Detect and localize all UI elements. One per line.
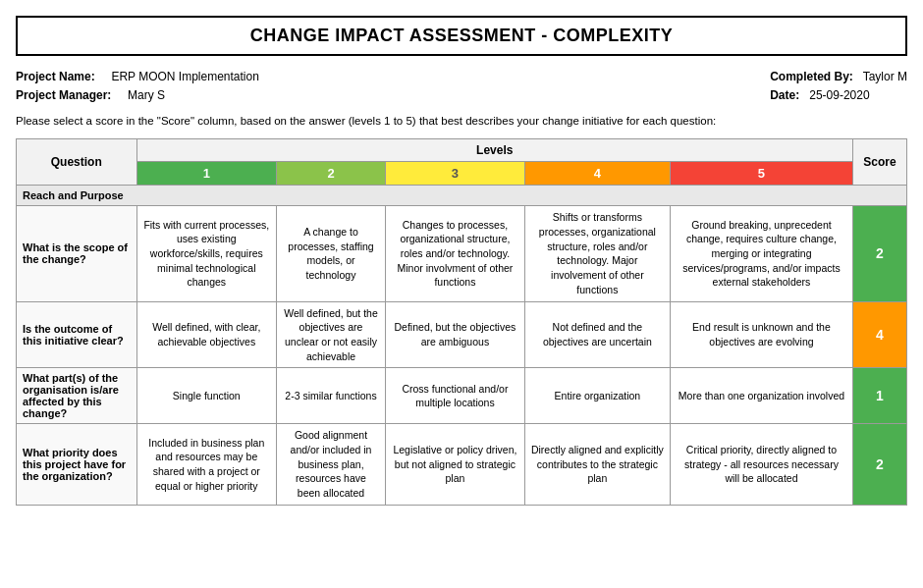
col-header-question: Question xyxy=(17,139,137,186)
meta-section: Project Name: ERP MOON Implementation Pr… xyxy=(16,68,907,105)
row3-score[interactable]: 1 xyxy=(853,368,907,424)
row3-l5: More than one organization involved xyxy=(670,368,852,424)
row1-l3: Changes to processes, organizational str… xyxy=(386,206,525,301)
row3-l3: Cross functional and/or multiple locatio… xyxy=(386,368,525,424)
col-header-score: Score xyxy=(853,139,907,186)
instruction-text: Please select a score in the "Score" col… xyxy=(16,115,907,127)
row2-l5: End result is unknown and the objectives… xyxy=(670,301,852,368)
header-row-1: Question Levels Score xyxy=(17,139,907,162)
level-2-header: 2 xyxy=(277,162,386,186)
row3-l2: 2-3 similar functions xyxy=(277,368,386,424)
meta-right: Completed By: Taylor M Date: 25-09-2020 xyxy=(770,68,907,105)
level-5-header: 5 xyxy=(670,162,852,186)
row1-l5: Ground breaking, unprecedent change, req… xyxy=(670,206,852,301)
row1-l1: Fits with current processes, uses existi… xyxy=(136,206,276,301)
row4-l3: Legislative or policy driven, but not al… xyxy=(386,424,525,505)
project-name-row: Project Name: ERP MOON Implementation xyxy=(16,68,259,86)
row2-l4: Not defined and the objectives are uncer… xyxy=(524,301,670,368)
row1-score[interactable]: 2 xyxy=(853,206,907,301)
section-reach-header: Reach and Purpose xyxy=(17,186,907,206)
row4-l4: Directly aligned and explicitly contribu… xyxy=(524,424,670,505)
project-name-value: ERP MOON Implementation xyxy=(111,70,259,83)
row1-l4: Shifts or transforms processes, organiza… xyxy=(524,206,670,301)
table-row: What part(s) of the organisation is/are … xyxy=(17,368,907,424)
assessment-table: Question Levels Score 1 2 3 4 5 Reach an… xyxy=(16,138,907,505)
question-2: Is the outcome of this initiative clear? xyxy=(17,301,137,368)
completed-by-value: Taylor M xyxy=(863,70,907,83)
project-name-label: Project Name: xyxy=(16,70,95,83)
question-4: What priority does this project have for… xyxy=(17,424,137,505)
header-row-2: 1 2 3 4 5 xyxy=(17,162,907,186)
date-value: 25-09-2020 xyxy=(809,88,869,102)
table-row: What is the scope of the change? Fits wi… xyxy=(17,206,907,301)
page-title: CHANGE IMPACT ASSESSMENT - COMPLEXITY xyxy=(16,16,907,56)
section-header-row: Reach and Purpose xyxy=(17,186,907,206)
completed-by-label: Completed By: xyxy=(770,70,853,83)
level-3-header: 3 xyxy=(386,162,525,186)
row2-l3: Defined, but the objectives are ambiguou… xyxy=(386,301,525,368)
date-label: Date: xyxy=(770,88,799,102)
question-3: What part(s) of the organisation is/are … xyxy=(17,368,137,424)
question-1: What is the scope of the change? xyxy=(17,206,137,301)
row4-l5: Critical priority, directly aligned to s… xyxy=(670,424,852,505)
row2-l1: Well defined, with clear, achievable obj… xyxy=(136,301,276,368)
level-4-header: 4 xyxy=(524,162,670,186)
completed-by-row: Completed By: Taylor M xyxy=(770,68,907,86)
col-header-levels: Levels xyxy=(136,139,852,162)
row3-l1: Single function xyxy=(136,368,276,424)
row4-l2: Good alignment and/or included in busine… xyxy=(277,424,386,505)
row2-score[interactable]: 4 xyxy=(853,301,907,368)
project-manager-value: Mary S xyxy=(128,88,165,102)
table-row: Is the outcome of this initiative clear?… xyxy=(17,301,907,368)
meta-left: Project Name: ERP MOON Implementation Pr… xyxy=(16,68,259,105)
row2-l2: Well defined, but the objectives are unc… xyxy=(277,301,386,368)
project-manager-row: Project Manager: Mary S xyxy=(16,86,259,105)
row4-l1: Included in business plan and resources … xyxy=(136,424,276,505)
level-1-header: 1 xyxy=(136,162,276,186)
row3-l4: Entire organization xyxy=(524,368,670,424)
row1-l2: A change to processes, staffing models, … xyxy=(277,206,386,301)
table-row: What priority does this project have for… xyxy=(17,424,907,505)
date-row: Date: 25-09-2020 xyxy=(770,86,907,105)
row4-score[interactable]: 2 xyxy=(853,424,907,505)
project-manager-label: Project Manager: xyxy=(16,88,111,102)
